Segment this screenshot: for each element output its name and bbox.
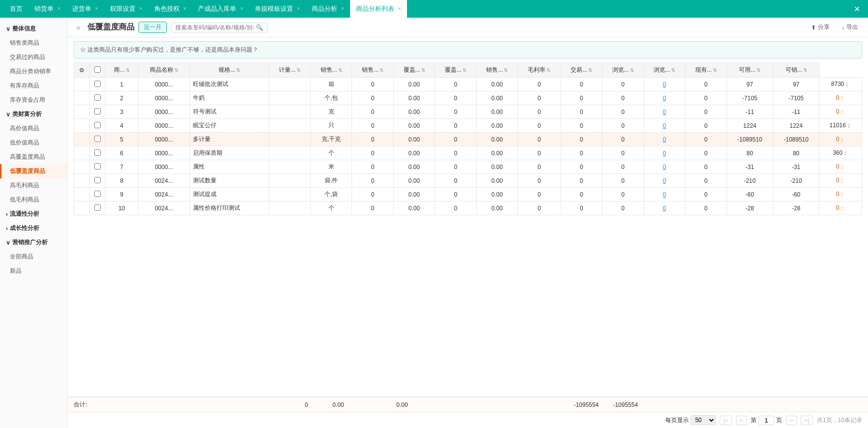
cell-views1[interactable]: 0 — [644, 105, 685, 119]
th-current-stock[interactable]: 现有...⇅ — [685, 63, 727, 78]
th-sales-amount[interactable]: 销售...⇅ — [352, 63, 393, 78]
views-link[interactable]: 0 — [663, 205, 666, 212]
nav-close-icon-active[interactable]: × — [398, 0, 401, 18]
export-button[interactable]: ↓ 导出 — [838, 22, 862, 32]
row-checkbox[interactable] — [94, 108, 101, 114]
sidebar-item-new-products[interactable]: 新品 — [0, 264, 67, 278]
th-name[interactable]: 商品名称⇅ — [138, 63, 190, 78]
th-coverage2[interactable]: 覆盖...⇅ — [435, 63, 476, 78]
th-gross-margin[interactable]: 毛利率⇅ — [518, 63, 561, 78]
nav-finished-goods[interactable]: 产成品入库单 × — [192, 0, 249, 18]
date-filter-button[interactable]: 近一月 — [138, 22, 167, 33]
row-checkbox[interactable] — [94, 163, 101, 170]
nav-close-icon[interactable]: × — [139, 0, 142, 18]
collapse-sidebar-button[interactable]: « — [74, 23, 83, 32]
nav-close-icon[interactable]: × — [240, 0, 243, 18]
cell-views1[interactable]: 0 — [644, 174, 685, 188]
th-checkbox[interactable] — [90, 63, 106, 78]
nav-role-auth[interactable]: 角色授权 × — [148, 0, 192, 18]
row-checkbox[interactable] — [94, 177, 101, 183]
window-close-button[interactable]: ✕ — [850, 4, 864, 14]
views-link[interactable]: 0 — [663, 164, 666, 171]
cell-views1[interactable]: 0 — [644, 133, 685, 146]
share-button[interactable]: ⬆ 分享 — [807, 22, 834, 32]
cell-checkbox[interactable] — [90, 201, 106, 215]
row-checkbox[interactable] — [94, 94, 101, 101]
views-link[interactable]: 0 — [663, 177, 666, 184]
sidebar-item-high-gross-margin[interactable]: 高毛利商品 — [0, 178, 67, 193]
nav-template-settings[interactable]: 单据模板设置 × — [249, 0, 306, 18]
search-input[interactable] — [175, 24, 254, 31]
th-available[interactable]: 可用...⇅ — [727, 63, 773, 78]
first-page-button[interactable]: |< — [720, 416, 732, 425]
page-number-input[interactable] — [759, 416, 774, 425]
views-link[interactable]: 0 — [663, 122, 666, 129]
search-icon[interactable]: 🔍 — [256, 24, 263, 31]
last-page-button[interactable]: >| — [801, 416, 813, 425]
th-unit[interactable]: 计量...⇅ — [269, 63, 310, 78]
nav-close-icon[interactable]: × — [95, 0, 98, 18]
cell-checkbox[interactable] — [90, 160, 106, 174]
sidebar-item-stocked-products[interactable]: 有库存商品 — [0, 79, 67, 93]
th-sales-qty[interactable]: 销售...⇅ — [310, 63, 352, 78]
th-views1[interactable]: 浏览...⇅ — [602, 63, 644, 78]
nav-home[interactable]: 首页 — [4, 0, 28, 18]
row-checkbox[interactable] — [94, 81, 101, 87]
th-views2[interactable]: 浏览...⇅ — [644, 63, 685, 78]
row-checkbox[interactable] — [94, 191, 101, 197]
cell-checkbox[interactable] — [90, 133, 106, 146]
views-link[interactable]: 0 — [663, 150, 666, 157]
nav-product-analysis[interactable]: 商品分析 × — [306, 0, 350, 18]
nav-close-icon[interactable]: × — [57, 0, 60, 18]
cell-views1[interactable]: 0 — [644, 146, 685, 160]
nav-permissions[interactable]: 权限设置 × — [104, 0, 148, 18]
cell-checkbox[interactable] — [90, 119, 106, 133]
row-checkbox[interactable] — [94, 149, 101, 156]
sidebar-item-low-coverage[interactable]: 低覆盖度商品 — [0, 164, 67, 178]
row-checkbox[interactable] — [94, 122, 101, 128]
sidebar-group-marketing-analysis[interactable]: ∨ 营销推广分析 — [0, 235, 67, 250]
sidebar-item-all-products[interactable]: 全部商品 — [0, 250, 67, 264]
sidebar-group-overall-info[interactable]: ∨ 整体信息 — [0, 22, 67, 36]
sidebar-group-growth-analysis[interactable]: › 成长性分析 — [0, 221, 67, 235]
sidebar-item-traded-products[interactable]: 交易过的商品 — [0, 50, 67, 64]
nav-product-analysis-list[interactable]: 商品分析列表 × — [350, 0, 407, 18]
per-page-select[interactable]: 50 20 100 200 — [691, 415, 716, 425]
row-checkbox[interactable] — [94, 136, 101, 142]
cell-checkbox[interactable] — [90, 188, 106, 201]
views-link[interactable]: 0 — [663, 136, 666, 143]
cell-views1[interactable]: 0 — [644, 91, 685, 105]
cell-views1[interactable]: 0 — [644, 201, 685, 215]
cell-checkbox[interactable] — [90, 146, 106, 160]
nav-close-icon[interactable]: × — [184, 0, 187, 18]
sidebar-group-wealth-analysis[interactable]: ∨ 类财富分析 — [0, 107, 67, 121]
views-link[interactable]: 0 — [663, 81, 666, 88]
sidebar-group-liquidity-analysis[interactable]: › 流通性分析 — [0, 207, 67, 221]
nav-sales-order[interactable]: 销货单 × — [28, 0, 66, 18]
prev-page-button[interactable]: < — [736, 416, 747, 425]
select-all-checkbox[interactable] — [94, 66, 101, 73]
nav-close-icon[interactable]: × — [341, 0, 344, 18]
next-page-button[interactable]: > — [786, 416, 797, 425]
cell-checkbox[interactable] — [90, 78, 106, 91]
cell-checkbox[interactable] — [90, 91, 106, 105]
views-link[interactable]: 0 — [663, 95, 666, 102]
views-link[interactable]: 0 — [663, 109, 666, 115]
sidebar-item-low-gross-margin[interactable]: 低毛利商品 — [0, 193, 67, 207]
cell-checkbox[interactable] — [90, 105, 106, 119]
sidebar-item-category-sales-rate[interactable]: 商品分类动销率 — [0, 64, 67, 79]
sidebar-item-sales-products[interactable]: 销售类商品 — [0, 36, 67, 50]
th-sales3[interactable]: 销售...⇅ — [476, 63, 517, 78]
sidebar-item-low-value[interactable]: 低价值商品 — [0, 136, 67, 150]
cell-checkbox[interactable] — [90, 174, 106, 188]
sidebar-item-high-value[interactable]: 高价值商品 — [0, 121, 67, 136]
th-coverage1[interactable]: 覆盖...⇅ — [393, 63, 434, 78]
views-link[interactable]: 0 — [663, 191, 666, 198]
row-checkbox[interactable] — [94, 204, 101, 211]
th-transactions[interactable]: 交易...⇅ — [561, 63, 602, 78]
cell-views1[interactable]: 0 — [644, 160, 685, 174]
th-settings[interactable]: ⚙ — [74, 63, 90, 78]
th-sellable[interactable]: 可销...⇅ — [773, 63, 819, 78]
sidebar-item-inventory-capital[interactable]: 库存资金占用 — [0, 93, 67, 107]
sidebar-item-high-coverage[interactable]: 高覆盖度商品 — [0, 150, 67, 164]
